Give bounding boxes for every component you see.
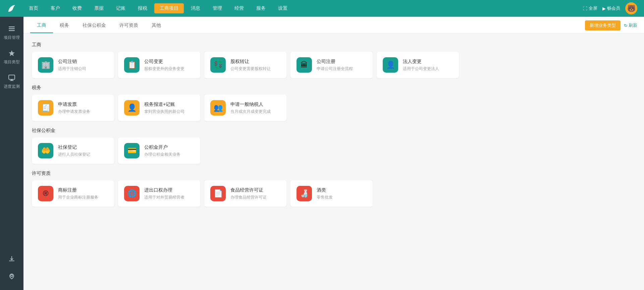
card-申请一般纳税人[interactable]: 👥 申请一般纳税人 当月或次月成变更完成 (204, 95, 286, 121)
card-酒类[interactable]: 🍶 酒类 零售批发 (290, 180, 373, 207)
card-title: 法人变更 (403, 59, 453, 65)
svg-rect-6 (10, 80, 14, 81)
refresh-icon: ↻ (624, 23, 628, 28)
company-change-icon: 📋 (124, 57, 140, 73)
card-title: 公司注册 (317, 59, 367, 65)
nav-item-票据[interactable]: 票据 (89, 3, 109, 13)
card-desc: 适用于公司变更法人 (403, 66, 453, 72)
general-taxpayer-icon: 👥 (210, 100, 226, 116)
card-公司变更[interactable]: 📋 公司变更 股权变更外的业务变更 (118, 52, 200, 78)
card-desc: 申请公司注册全流程 (317, 66, 367, 72)
card-食品经营许可证[interactable]: 📄 食品经营许可证 办理食品经营许可证 (204, 180, 286, 207)
svg-rect-4 (9, 75, 15, 79)
sidebar-location[interactable] (0, 268, 23, 285)
content-area: 工商税务社保公积金许可资质其他 新增业务类型 ↻ 刷新 工商 🏢 公司注销 适用… (23, 17, 644, 290)
vip-icon: ▶ (602, 6, 606, 11)
location-icon (7, 272, 16, 281)
social-security-icon: 🤲 (38, 143, 53, 158)
alcohol-icon: 🍶 (297, 186, 312, 201)
sidebar-item-progress-monitor[interactable]: 进度监测 (0, 69, 23, 93)
svg-rect-0 (9, 26, 15, 27)
nav-item-设置[interactable]: 设置 (273, 3, 293, 13)
card-desc: 办理申请发票业务 (58, 109, 108, 115)
equity-transfer-icon: 💱 (210, 57, 226, 73)
sidebar-bottom (0, 250, 23, 290)
tab-许可资质[interactable]: 许可资质 (113, 18, 145, 33)
nav-item-消息[interactable]: 消息 (185, 3, 206, 13)
fullscreen-button[interactable]: ⛶ 全屏 (583, 5, 597, 11)
tab-税务[interactable]: 税务 (53, 18, 76, 33)
vip-button[interactable]: ▶ 畅会员 (602, 5, 620, 11)
cards-grid-许可资质: ® 商标注册 用于企业商标注册服务 🌐 进出口权办理 适用于对外贸易经营者 📄 … (32, 180, 636, 207)
tab-其他[interactable]: 其他 (145, 18, 168, 33)
svg-rect-1 (9, 28, 15, 29)
card-desc: 办理公积金相关业务 (144, 152, 194, 157)
card-desc: 当月或次月成变更完成 (230, 109, 280, 115)
new-type-button[interactable]: 新增业务类型 (585, 20, 621, 30)
card-title: 社保登记 (58, 144, 108, 150)
cards-grid-税务: 🧾 申请发票 办理申请发票业务 👤 税务报道+记账 拿到营业执照的新公司 👥 申… (32, 95, 636, 121)
nav-item-报税[interactable]: 报税 (132, 3, 153, 13)
svg-rect-2 (9, 30, 15, 31)
provident-fund-icon: 💳 (124, 143, 140, 158)
nav-items: 首页客户收费票据记账报税工商项目消息管理经营服务设置 (23, 3, 583, 13)
top-nav-right: ⛶ 全屏 ▶ 畅会员 🐻 (583, 2, 637, 14)
nav-item-收费[interactable]: 收费 (67, 3, 87, 13)
card-desc: 适用于注销公司 (58, 66, 108, 72)
refresh-button[interactable]: ↻ 刷新 (624, 22, 637, 28)
card-title: 公积金开户 (144, 144, 194, 150)
nav-item-经营[interactable]: 经营 (229, 3, 249, 13)
svg-rect-7 (9, 261, 14, 261)
list-icon (7, 24, 16, 33)
svg-rect-5 (11, 80, 13, 80)
card-公司注册[interactable]: 🏛 公司注册 申请公司注册全流程 (290, 52, 373, 78)
company-register-icon: 🏛 (297, 57, 312, 73)
sidebar-item-project-management[interactable]: 项目管理 (0, 20, 23, 45)
company-cancel-icon: 🏢 (38, 57, 53, 73)
nav-item-首页[interactable]: 首页 (23, 3, 44, 13)
card-desc: 用于企业商标注册服务 (58, 195, 108, 200)
card-desc: 拿到营业执照的新公司 (144, 109, 194, 115)
sidebar: 项目管理 项目类型 进度监测 (0, 17, 23, 290)
card-desc: 进行人员社保登记 (58, 152, 108, 157)
card-申请发票[interactable]: 🧾 申请发票 办理申请发票业务 (32, 95, 114, 121)
card-税务报道+记账[interactable]: 👤 税务报道+记账 拿到营业执照的新公司 (118, 95, 200, 121)
tabs-actions: 新增业务类型 ↻ 刷新 (585, 20, 637, 30)
svg-marker-3 (9, 50, 15, 56)
monitor-icon (7, 73, 16, 82)
card-desc: 适用于对外贸易经营者 (144, 195, 194, 200)
legal-change-icon: 👤 (383, 57, 398, 73)
tab-工商[interactable]: 工商 (30, 18, 53, 33)
card-desc: 公司变更需要股权转让 (230, 66, 280, 72)
content-scroll[interactable]: 工商 🏢 公司注销 适用于注销公司 📋 公司变更 股权变更外的业务变更 💱 股权… (23, 33, 644, 290)
card-title: 公司注销 (58, 59, 108, 65)
nav-item-记账[interactable]: 记账 (111, 3, 131, 13)
invoice-icon: 🧾 (38, 100, 53, 116)
card-desc: 办理食品经营许可证 (230, 195, 280, 200)
card-title: 申请发票 (58, 101, 108, 107)
card-title: 进出口权办理 (144, 187, 194, 193)
card-title: 税务报道+记账 (144, 101, 194, 107)
card-公积金开户[interactable]: 💳 公积金开户 办理公积金相关业务 (118, 138, 200, 164)
card-商标注册[interactable]: ® 商标注册 用于企业商标注册服务 (32, 180, 114, 207)
card-股权转让[interactable]: 💱 股权转让 公司变更需要股权转让 (204, 52, 286, 78)
sidebar-item-project-type[interactable]: 项目类型 (0, 45, 23, 69)
card-社保登记[interactable]: 🤲 社保登记 进行人员社保登记 (32, 138, 114, 164)
user-avatar[interactable]: 🐻 (625, 2, 637, 14)
nav-item-客户[interactable]: 客户 (45, 3, 65, 13)
nav-item-管理[interactable]: 管理 (207, 3, 227, 13)
nav-item-工商项目[interactable]: 工商项目 (154, 3, 184, 13)
nav-item-服务[interactable]: 服务 (251, 3, 271, 13)
card-公司注销[interactable]: 🏢 公司注销 适用于注销公司 (32, 52, 114, 78)
star-icon (7, 49, 16, 58)
top-navigation: 首页客户收费票据记账报税工商项目消息管理经营服务设置 ⛶ 全屏 ▶ 畅会员 🐻 (0, 0, 644, 17)
card-title: 申请一般纳税人 (230, 101, 280, 107)
tabs-bar: 工商税务社保公积金许可资质其他 新增业务类型 ↻ 刷新 (23, 17, 644, 33)
card-title: 公司变更 (144, 59, 194, 65)
card-法人变更[interactable]: 👤 法人变更 适用于公司变更法人 (377, 52, 459, 78)
food-license-icon: 📄 (210, 186, 226, 201)
card-desc: 零售批发 (317, 195, 367, 200)
card-进出口权办理[interactable]: 🌐 进出口权办理 适用于对外贸易经营者 (118, 180, 200, 207)
sidebar-download[interactable] (0, 250, 23, 268)
tab-社保公积金[interactable]: 社保公积金 (76, 18, 113, 33)
